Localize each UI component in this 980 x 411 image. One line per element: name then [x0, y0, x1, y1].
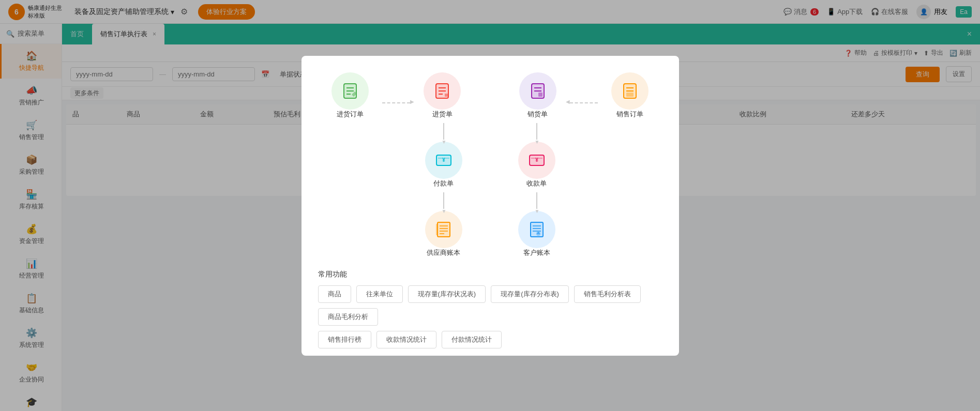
arrow-spacer3 — [476, 123, 504, 140]
arrow-down-purchase — [411, 123, 476, 140]
purchase-receipt-label: 进货单 — [432, 110, 453, 119]
func-product-margin-analysis[interactable]: 商品毛利分析 — [318, 308, 378, 326]
arrow-down-payment — [411, 192, 476, 209]
arrow-down-sales — [504, 123, 569, 140]
func-current-stock-status[interactable]: 现存量(库存状况表) — [408, 285, 486, 303]
flow-col-sales-order: 销售订单 — [598, 72, 662, 119]
modal-overlay[interactable]: 进货订单 进货单 — [0, 0, 980, 411]
common-functions: 常用功能 商品 往来单位 现存量(库存状况表) 现存量(库存分布表) 销售毛利分… — [318, 270, 662, 348]
quick-nav-modal: 进货订单 进货单 — [301, 56, 679, 356]
flow-col-customer-ledger: 客户账本 — [504, 211, 569, 257]
supplier-ledger-label: 供应商账本 — [427, 248, 460, 257]
flow-col-purchase-order: 进货订单 — [318, 72, 383, 119]
supplier-ledger-node[interactable] — [425, 211, 462, 248]
svg-rect-34 — [436, 224, 438, 235]
purchase-receipt-node[interactable] — [424, 72, 461, 110]
customer-ledger-label: 客户账本 — [523, 248, 550, 257]
svg-rect-28 — [438, 222, 450, 237]
receipt-slip-node[interactable]: ¥ — [518, 142, 555, 179]
func-sales-margin-analysis[interactable]: 销售毛利分析表 — [574, 285, 641, 303]
arrow-purchase-to-receipt — [382, 102, 410, 119]
func-current-stock-distribution[interactable]: 现存量(库存分布表) — [491, 285, 569, 303]
flow-col-purchase-receipt: 进货单 — [410, 72, 475, 119]
flow-col-payment: ¥ 付款单 — [411, 142, 476, 188]
payment-slip-label: 付款单 — [433, 179, 454, 188]
func-partners[interactable]: 往来单位 — [356, 285, 403, 303]
common-functions-title: 常用功能 — [318, 270, 662, 279]
function-btns-row2: 销售排行榜 收款情况统计 付款情况统计 — [318, 331, 662, 348]
payment-slip-node[interactable]: ¥ — [425, 142, 462, 179]
arrow-spacer5 — [597, 123, 662, 140]
function-btns-row1: 商品 往来单位 现存量(库存状况表) 现存量(库存分布表) 销售毛利分析表 商品… — [318, 285, 662, 326]
arrow-down-receipt — [504, 192, 569, 209]
func-product[interactable]: 商品 — [318, 285, 351, 303]
flow-col-supplier-ledger: 供应商账本 — [411, 211, 476, 257]
arrow-spacer4 — [569, 123, 597, 140]
purchase-order-label: 进货订单 — [337, 110, 364, 119]
arrow-spacer2 — [383, 123, 411, 140]
func-receipt-stats[interactable]: 收款情况统计 — [376, 331, 436, 348]
purchase-order-node[interactable] — [331, 72, 369, 110]
receipt-slip-label: 收款单 — [526, 179, 547, 188]
arrow-sales-order-to-receipt — [570, 102, 597, 119]
flow-col-sales-receipt: 销货单 — [506, 72, 570, 119]
arrow-spacer1 — [318, 123, 383, 140]
flow-col-receipt: ¥ 收款单 — [504, 142, 569, 188]
sales-receipt-label: 销货单 — [527, 110, 548, 119]
sales-order-node[interactable] — [611, 72, 649, 110]
func-payment-stats[interactable]: 付款情况统计 — [442, 331, 502, 348]
customer-ledger-node[interactable] — [518, 211, 555, 248]
sales-receipt-node[interactable] — [519, 72, 556, 110]
svg-rect-14 — [538, 93, 542, 97]
sales-order-label: 销售订单 — [616, 110, 643, 119]
svg-rect-19 — [626, 93, 634, 97]
func-sales-ranking[interactable]: 销售排行榜 — [318, 331, 371, 348]
